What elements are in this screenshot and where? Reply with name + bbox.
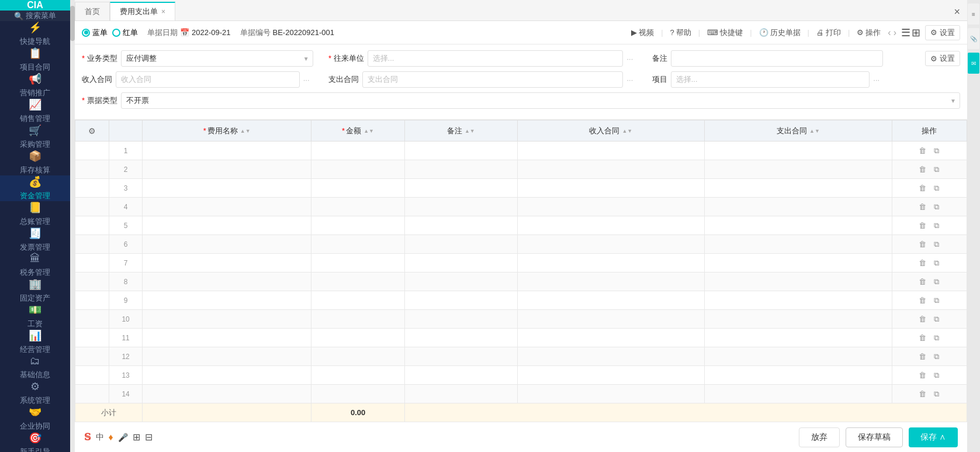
table-gear-icon[interactable]: ⚙ [88, 126, 96, 136]
discard-button[interactable]: 放弃 [799, 427, 840, 447]
row-income-cell[interactable] [517, 366, 705, 385]
toolbar-history-btn[interactable]: 🕐 历史单据 [757, 26, 803, 39]
row-copy-icon[interactable]: ⧉ [930, 145, 942, 157]
row-amount-cell[interactable] [311, 142, 404, 160]
th-amount[interactable]: * 金额 ▲▼ [311, 120, 404, 142]
edge-tab-1[interactable]: ≡ [968, 4, 979, 25]
sidebar-item-system[interactable]: ⚙ 系统管理 [0, 380, 70, 406]
toolbar-ops-btn[interactable]: ⚙ 操作 [854, 26, 883, 39]
nav-next-btn[interactable]: › [894, 27, 896, 38]
row-copy-icon[interactable]: ⧉ [930, 276, 942, 288]
sidebar-item-project[interactable]: 📋 项目合同 [0, 47, 70, 73]
diamond-icon[interactable]: ♦ [109, 432, 113, 443]
row-name-cell[interactable] [143, 272, 311, 291]
save-draft-button[interactable]: 保存草稿 [846, 427, 903, 447]
row-name-cell[interactable] [143, 179, 311, 198]
row-expense-cell[interactable] [705, 198, 892, 216]
th-settings[interactable]: ⚙ [75, 120, 109, 142]
mic-icon[interactable]: 🎤 [118, 433, 128, 442]
row-amount-cell[interactable] [311, 272, 404, 291]
row-income-cell[interactable] [517, 310, 705, 329]
row-amount-cell[interactable] [311, 198, 404, 216]
sidebar-item-tax[interactable]: 🏛 税务管理 [0, 253, 70, 278]
row-expense-cell[interactable] [705, 310, 892, 329]
row-note-cell[interactable] [405, 160, 517, 179]
edge-tab-3[interactable]: ✉ [968, 53, 979, 74]
radio-red[interactable]: 红单 [112, 27, 138, 38]
expense-contract-input[interactable]: 支出合同 [362, 71, 624, 88]
toolbar-video-btn[interactable]: ▶ 视频 [629, 26, 656, 39]
th-note[interactable]: 备注 ▲▼ [405, 120, 517, 142]
row-expense-cell[interactable] [705, 216, 892, 235]
sidebar-item-capital[interactable]: 💰 资金管理 [0, 175, 70, 201]
row-name-cell[interactable] [143, 198, 311, 216]
row-income-cell[interactable] [517, 291, 705, 310]
tab-home[interactable]: 首页 [75, 2, 110, 20]
sidebar-item-sales[interactable]: 📈 销售管理 [0, 98, 70, 124]
sidebar-item-fixed[interactable]: 🏢 固定资产 [0, 278, 70, 303]
row-note-cell[interactable] [405, 179, 517, 198]
date-value[interactable]: 2022-09-21 [192, 28, 231, 37]
row-expense-cell[interactable] [705, 291, 892, 310]
toolbar-print-btn[interactable]: 🖨 打印 [814, 26, 843, 39]
row-amount-cell[interactable] [311, 366, 404, 385]
row-income-cell[interactable] [517, 198, 705, 216]
row-delete-icon[interactable]: 🗑 [917, 332, 929, 343]
business-type-input[interactable]: 应付调整 ▼ [121, 50, 313, 67]
row-expense-cell[interactable] [705, 272, 892, 291]
row-note-cell[interactable] [405, 142, 517, 160]
row-copy-icon[interactable]: ⧉ [930, 388, 942, 400]
row-delete-icon[interactable]: 🗑 [917, 257, 929, 268]
sidebar-item-basic[interactable]: 🗂 基础信息 [0, 355, 70, 380]
sidebar-item-marketing[interactable]: 📢 营销推广 [0, 73, 70, 98]
row-expense-cell[interactable] [705, 235, 892, 254]
sidebar-item-purchase[interactable]: 🛒 采购管理 [0, 124, 70, 150]
sidebar-item-quicknav[interactable]: ⚡ 快捷导航 [0, 21, 70, 47]
row-amount-cell[interactable] [311, 385, 404, 403]
th-name-sort[interactable]: ▲▼ [240, 128, 251, 134]
row-delete-icon[interactable]: 🗑 [917, 275, 929, 287]
row-name-cell[interactable] [143, 160, 311, 179]
th-note-sort[interactable]: ▲▼ [465, 128, 475, 134]
row-expense-cell[interactable] [705, 254, 892, 272]
th-amount-sort[interactable]: ▲▼ [363, 128, 374, 134]
income-contract-input[interactable]: 收入合同 [116, 71, 300, 88]
row-amount-cell[interactable] [311, 347, 404, 366]
row-note-cell[interactable] [405, 198, 517, 216]
row-income-cell[interactable] [517, 329, 705, 347]
row-name-cell[interactable] [143, 254, 311, 272]
row-note-cell[interactable] [405, 216, 517, 235]
row-name-cell[interactable] [143, 235, 311, 254]
row-expense-cell[interactable] [705, 329, 892, 347]
row-note-cell[interactable] [405, 254, 517, 272]
sidebar-search[interactable]: 🔍 搜索菜单 [0, 11, 70, 21]
sidebar-item-operation[interactable]: 📊 经营管理 [0, 329, 70, 355]
project-input[interactable]: 选择... [671, 71, 870, 88]
grid-view-btn[interactable]: ⊞ [912, 26, 920, 39]
radio-blue[interactable]: 蓝单 [82, 27, 108, 38]
row-delete-icon[interactable]: 🗑 [917, 144, 929, 156]
th-income-contract[interactable]: 收入合同 ▲▼ [517, 120, 705, 142]
form-settings-btn[interactable]: ⚙ 设置 [925, 51, 960, 66]
row-amount-cell[interactable] [311, 291, 404, 310]
row-delete-icon[interactable]: 🗑 [917, 201, 929, 212]
row-name-cell[interactable] [143, 216, 311, 235]
row-income-cell[interactable] [517, 254, 705, 272]
row-copy-icon[interactable]: ⧉ [930, 182, 942, 194]
save-button[interactable]: 保存 ∧ [909, 427, 958, 447]
chinese-input-icon[interactable]: 中 [96, 432, 104, 443]
row-expense-cell[interactable] [705, 385, 892, 403]
row-note-cell[interactable] [405, 347, 517, 366]
sidebar-scrollbar[interactable] [70, 0, 75, 452]
row-delete-icon[interactable]: 🗑 [917, 294, 929, 306]
row-delete-icon[interactable]: 🗑 [917, 163, 929, 175]
sidebar-item-newbie[interactable]: 🎯 新手引导 [0, 432, 70, 452]
th-income-sort[interactable]: ▲▼ [622, 128, 632, 134]
partner-more-btn[interactable]: ··· [623, 54, 636, 63]
row-name-cell[interactable] [143, 366, 311, 385]
window-close-btn[interactable]: × [951, 6, 962, 18]
row-amount-cell[interactable] [311, 310, 404, 329]
list-view-btn[interactable]: ☰ [901, 26, 910, 39]
row-income-cell[interactable] [517, 235, 705, 254]
row-delete-icon[interactable]: 🗑 [917, 388, 929, 399]
